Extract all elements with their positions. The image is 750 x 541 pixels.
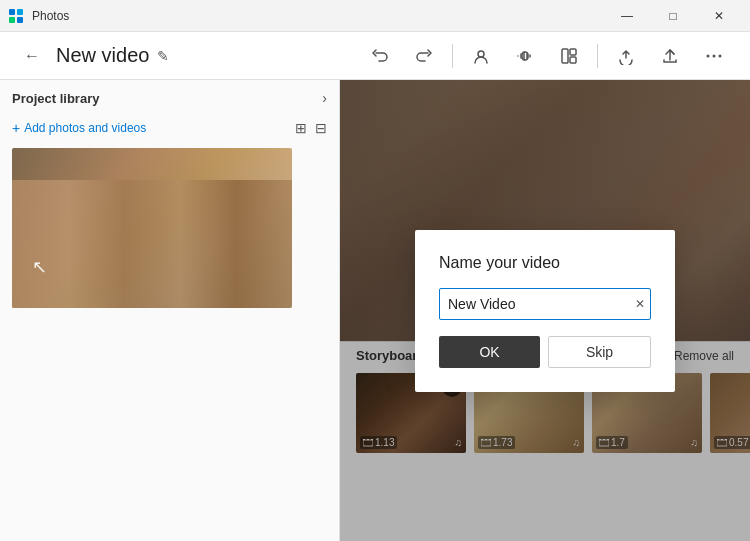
name-video-dialog: Name your video ✕ OK Skip: [415, 230, 675, 392]
grid-view-icon[interactable]: ⊞: [295, 120, 307, 136]
app-title: New video: [56, 44, 149, 67]
sidebar-title: Project library: [12, 91, 99, 106]
sidebar-thumbnail: ↖: [12, 148, 292, 308]
separator-2: [597, 44, 598, 68]
layout-icon: [560, 47, 578, 65]
layout-button[interactable]: [549, 36, 589, 76]
svg-rect-3: [17, 17, 23, 23]
more-button[interactable]: [694, 36, 734, 76]
svg-point-9: [707, 54, 710, 57]
title-bar: Photos — □ ✕: [0, 0, 750, 32]
video-name-input[interactable]: [439, 288, 651, 320]
svg-rect-2: [9, 17, 15, 23]
close-button[interactable]: ✕: [696, 0, 742, 32]
redo-button[interactable]: [404, 36, 444, 76]
add-icon: +: [12, 120, 20, 136]
minimize-button[interactable]: —: [604, 0, 650, 32]
separator-1: [452, 44, 453, 68]
share-icon: [661, 47, 679, 65]
dialog-ok-button[interactable]: OK: [439, 336, 540, 368]
title-bar-left: Photos: [8, 8, 69, 24]
add-media-label: Add photos and videos: [24, 121, 146, 135]
redo-icon: [415, 47, 433, 65]
svg-point-10: [713, 54, 716, 57]
audio-button[interactable]: [505, 36, 545, 76]
back-button[interactable]: ←: [16, 40, 48, 72]
dialog-overlay: Name your video ✕ OK Skip: [340, 80, 750, 541]
sidebar-header: Project library ›: [0, 80, 339, 116]
more-icon: [705, 47, 723, 65]
sidebar-collapse-button[interactable]: ›: [322, 90, 327, 106]
svg-point-4: [478, 51, 484, 57]
upload-button[interactable]: [606, 36, 646, 76]
undo-button[interactable]: [360, 36, 400, 76]
undo-icon: [371, 47, 389, 65]
main-layout: Project library › + Add photos and video…: [0, 80, 750, 541]
app-bar: ← New video ✎: [0, 32, 750, 80]
dialog-skip-button[interactable]: Skip: [548, 336, 651, 368]
maximize-button[interactable]: □: [650, 0, 696, 32]
add-media-button[interactable]: + Add photos and videos ⊞ ⊟: [0, 116, 339, 140]
upload-icon: [617, 47, 635, 65]
people-button[interactable]: [461, 36, 501, 76]
dialog-input-wrap: ✕: [439, 288, 651, 320]
title-bar-controls: — □ ✕: [604, 0, 742, 32]
photos-app-icon: [8, 8, 24, 24]
audio-icon: [516, 47, 534, 65]
svg-point-11: [719, 54, 722, 57]
cursor-icon: ↖: [32, 256, 47, 278]
share-button[interactable]: [650, 36, 690, 76]
preview-area: 0:06 ↗ Storyboard Trim 3D effects: [340, 80, 750, 541]
dialog-actions: OK Skip: [439, 336, 651, 368]
dialog-title: Name your video: [439, 254, 651, 272]
app-bar-actions: [360, 36, 734, 76]
people-icon: [472, 47, 490, 65]
title-bar-title: Photos: [32, 9, 69, 23]
edit-title-icon[interactable]: ✎: [157, 48, 169, 64]
svg-rect-7: [570, 49, 576, 55]
svg-rect-1: [17, 9, 23, 15]
sidebar: Project library › + Add photos and video…: [0, 80, 340, 541]
list-view-icon[interactable]: ⊟: [315, 120, 327, 136]
svg-rect-6: [562, 49, 568, 63]
input-clear-button[interactable]: ✕: [635, 297, 645, 311]
svg-rect-8: [570, 57, 576, 63]
svg-rect-0: [9, 9, 15, 15]
back-icon: ←: [24, 47, 40, 65]
